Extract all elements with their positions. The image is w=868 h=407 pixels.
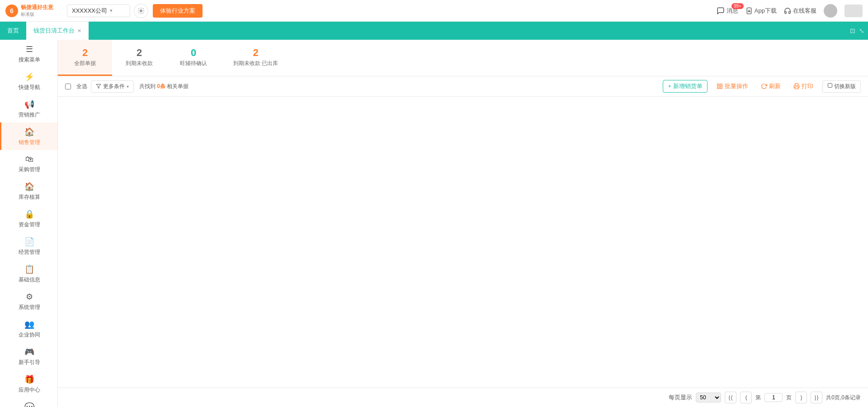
top-bar: 6 畅捷通好生意 标准版 XXXXXX公司 ▾ 体验行业方案 消息 99+ Ap… (0, 0, 868, 22)
sidebar-item-enterprise[interactable]: 👥 企业协同 (0, 315, 57, 342)
page-of-label: 页 (786, 394, 792, 402)
batch-op-button[interactable]: 批量操作 (713, 80, 752, 92)
prev-page-button[interactable]: ⟨ (740, 392, 752, 403)
purchase-icon: 🛍 (25, 154, 33, 164)
select-all-checkbox[interactable] (65, 84, 71, 89)
window-restore-icon[interactable]: ⊡ (850, 27, 855, 34)
settings-icon-button[interactable] (134, 4, 148, 18)
found-count: 0条 (157, 83, 165, 89)
next-page-button[interactable]: ⟩ (795, 392, 807, 403)
svg-rect-4 (717, 84, 719, 86)
headset-icon (784, 7, 791, 14)
filter-button[interactable]: 更多条件 ▾ (91, 80, 134, 93)
first-page-button[interactable]: ⟨⟨ (725, 392, 736, 403)
sidebar-item-marketing[interactable]: 📢 营销推广 (0, 95, 57, 122)
finance-icon: 🔒 (24, 209, 34, 219)
total-text: 共0页,0条记录 (826, 394, 861, 402)
logo-area: 6 畅捷通好生意 标准版 (5, 4, 63, 18)
trial-button[interactable]: 体验行业方案 (153, 4, 203, 18)
page-label: 第 (755, 394, 761, 402)
avatar[interactable] (824, 4, 837, 18)
gear-icon (137, 7, 145, 14)
print-icon (793, 83, 800, 89)
inventory-icon: 🏠 (24, 182, 34, 192)
batch-icon (717, 83, 723, 89)
filter-icon (96, 84, 101, 89)
top-bar-right: 消息 99+ App下载 在线客服 (717, 4, 863, 18)
page-number-input[interactable] (764, 393, 783, 402)
sidebar: ☰ 搜索菜单 ⚡ 快捷导航 📢 营销推广 🏠 销售管理 🛍 采购管理 🏠 库存核… (0, 40, 58, 407)
operations-icon: 📄 (24, 237, 34, 247)
stat-number-pending: 0 (191, 47, 196, 59)
sidebar-item-operations[interactable]: 📄 经营管理 (0, 232, 57, 260)
sidebar-item-appstore[interactable]: 🎁 应用中心 (0, 370, 57, 398)
tab-close-icon[interactable]: ✕ (77, 28, 81, 34)
sidebar-item-quicknav[interactable]: ⚡ 快捷导航 (0, 67, 57, 95)
basic-info-icon: 📋 (24, 264, 34, 274)
online-service-label: 在线客服 (793, 7, 816, 15)
filter-label: 更多条件 (103, 83, 125, 90)
sidebar-item-sales[interactable]: 🏠 销售管理 (0, 122, 57, 150)
weixin-icon: 💬 (24, 402, 34, 407)
per-page-select[interactable]: 10 20 50 100 (696, 393, 721, 402)
stat-card-overdue[interactable]: 2 到期未收款 (112, 40, 166, 76)
stat-number-shipped: 2 (253, 47, 259, 59)
sidebar-item-inventory[interactable]: 🏠 库存核算 (0, 177, 57, 205)
app-download-button[interactable]: App下载 (745, 7, 777, 15)
marketing-icon: 📢 (24, 99, 34, 109)
message-button[interactable]: 消息 99+ (717, 7, 738, 15)
stat-number-all: 2 (82, 47, 88, 59)
main-content: 2 全部单据 2 到期未收款 0 旺辅待确认 2 到期未收款 已出库 全选 (58, 40, 868, 407)
stat-number-overdue: 2 (137, 47, 142, 59)
message-icon (717, 7, 725, 15)
chevron-down-icon: ▾ (110, 8, 113, 14)
quicknav-icon: ⚡ (24, 72, 34, 82)
guide-icon: 🎮 (24, 347, 34, 357)
sidebar-item-search[interactable]: ☰ 搜索菜单 (0, 40, 57, 67)
stat-label-all: 全部单据 (74, 60, 96, 67)
tab-home[interactable]: 首页 (0, 22, 26, 40)
svg-point-0 (140, 10, 142, 12)
svg-rect-8 (795, 87, 798, 89)
select-all-label: 全选 (76, 83, 87, 90)
window-expand-icon[interactable]: ⤡ (859, 27, 864, 34)
refresh-button[interactable]: 刷新 (757, 80, 784, 92)
logo-badge: 标准版 (21, 11, 53, 18)
stat-label-overdue: 到期未收款 (126, 60, 153, 67)
sidebar-item-system[interactable]: ⚙ 系统管理 (0, 287, 57, 315)
refresh-icon (761, 83, 767, 89)
stat-card-pending[interactable]: 0 旺辅待确认 (166, 40, 221, 76)
pagination-bar: 每页显示 10 20 50 100 ⟨⟨ ⟨ 第 页 ⟩ ⟩⟩ 共0页,0条记录 (58, 388, 868, 407)
avatar-image (824, 4, 837, 18)
logo-title: 畅捷通好生意 (21, 4, 53, 11)
found-text: 共找到 0条 相关单据 (139, 83, 189, 90)
print-button[interactable]: 打印 (790, 80, 817, 92)
switch-icon (827, 83, 833, 88)
stats-row: 2 全部单据 2 到期未收款 0 旺辅待确认 2 到期未收款 已出库 (58, 40, 868, 76)
nav-tab-actions: ⊡ ⤡ (850, 27, 868, 34)
sidebar-item-weixin[interactable]: 💬 企业微信 (0, 398, 57, 407)
company-selector[interactable]: XXXXXX公司 ▾ (67, 5, 130, 17)
svg-rect-5 (720, 84, 722, 86)
sidebar-item-guide[interactable]: 🎮 新手引导 (0, 342, 57, 370)
svg-rect-7 (717, 87, 719, 89)
stat-label-shipped: 到期未收款 已出库 (233, 60, 278, 67)
sidebar-item-purchase[interactable]: 🛍 采购管理 (0, 150, 57, 177)
stat-card-shipped[interactable]: 2 到期未收款 已出库 (221, 40, 291, 76)
sidebar-item-basic-info[interactable]: 📋 基础信息 (0, 260, 57, 287)
add-sale-button[interactable]: + 新增销货单 (663, 80, 707, 93)
logo-text-block: 畅捷通好生意 标准版 (21, 4, 53, 18)
filter-chevron-icon: ▾ (127, 84, 129, 89)
user-name-area (844, 5, 863, 17)
svg-rect-9 (828, 83, 832, 87)
stat-card-all[interactable]: 2 全部单据 (58, 40, 112, 76)
stat-label-pending: 旺辅待确认 (180, 60, 207, 67)
switch-version-button[interactable]: 切换新版 (822, 80, 861, 93)
app-download-label: App下载 (755, 7, 777, 15)
online-service-button[interactable]: 在线客服 (784, 7, 816, 15)
tab-qianhuoriciqing[interactable]: 钱货日清工作台 ✕ (26, 22, 89, 40)
sidebar-item-finance[interactable]: 🔒 资金管理 (0, 205, 57, 232)
last-page-button[interactable]: ⟩⟩ (811, 392, 822, 403)
search-menu-icon: ☰ (26, 44, 33, 54)
svg-rect-6 (720, 87, 722, 89)
